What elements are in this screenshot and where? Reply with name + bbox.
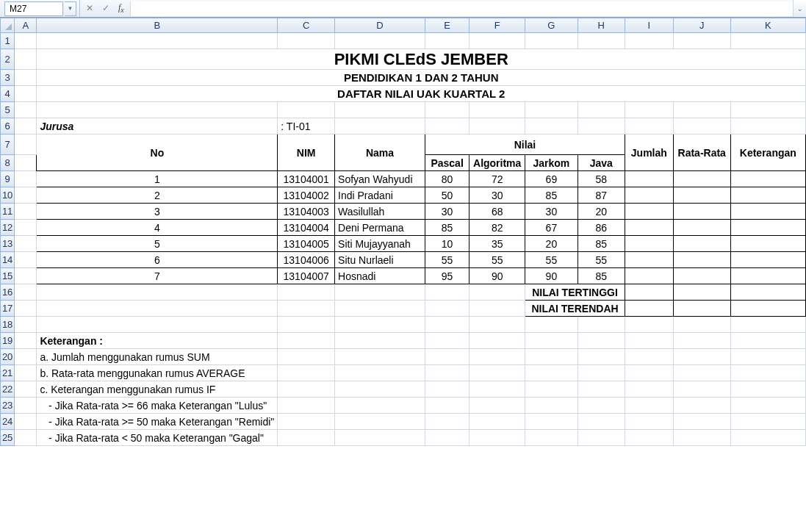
cell[interactable]	[37, 33, 278, 49]
cell[interactable]	[625, 414, 673, 430]
cell[interactable]	[673, 102, 730, 118]
cell[interactable]	[525, 430, 578, 446]
row-header-10[interactable]: 10	[1, 187, 15, 204]
cell-rata[interactable]	[673, 171, 730, 187]
hdr-jarkom[interactable]: Jarkom	[525, 155, 578, 171]
cell-jumlah[interactable]	[625, 220, 673, 236]
row-header-14[interactable]: 14	[1, 252, 15, 268]
ket-line[interactable]: - Jika Rata-rata >= 66 maka Keterangan "…	[37, 398, 278, 414]
cell[interactable]	[469, 398, 525, 414]
row-header-6[interactable]: 6	[1, 118, 15, 134]
cell[interactable]	[278, 349, 335, 365]
cell[interactable]	[625, 284, 673, 301]
cell[interactable]	[469, 102, 525, 118]
cell[interactable]	[625, 301, 673, 317]
cell[interactable]	[469, 301, 525, 317]
cell[interactable]	[335, 301, 425, 317]
cell-ket[interactable]	[730, 252, 805, 268]
cell[interactable]	[335, 118, 425, 134]
cell-java[interactable]: 55	[577, 252, 625, 268]
col-header-A[interactable]: A	[15, 18, 37, 33]
cell[interactable]	[425, 33, 469, 49]
cell[interactable]	[469, 381, 525, 398]
row-header-11[interactable]: 11	[1, 204, 15, 220]
cell[interactable]	[469, 317, 525, 333]
hdr-ket[interactable]: Keterangan	[730, 134, 805, 171]
cell-rata[interactable]	[673, 187, 730, 204]
cell[interactable]	[577, 398, 625, 414]
row-header-15[interactable]: 15	[1, 268, 15, 284]
cell[interactable]	[525, 333, 578, 349]
hdr-nim[interactable]: NIM	[278, 134, 335, 171]
summary-terendah[interactable]: NILAI TERENDAH	[525, 301, 625, 317]
cell[interactable]	[625, 102, 673, 118]
page-subtitle[interactable]: PENDIDIKAN 1 DAN 2 TAHUN	[37, 70, 806, 86]
cell-pascal[interactable]: 30	[425, 204, 469, 220]
cell[interactable]	[730, 301, 805, 317]
cell-no[interactable]: 5	[37, 236, 278, 252]
cell-jarkom[interactable]: 69	[525, 171, 578, 187]
cell[interactable]	[425, 333, 469, 349]
cell[interactable]	[335, 333, 425, 349]
cell-pascal[interactable]: 85	[425, 220, 469, 236]
cell[interactable]	[673, 398, 730, 414]
cell[interactable]	[673, 33, 730, 49]
cell[interactable]	[15, 204, 37, 220]
col-header-G[interactable]: G	[525, 18, 578, 33]
cell-nim[interactable]: 13104006	[278, 252, 335, 268]
cell-nama[interactable]: Deni Permana	[335, 220, 425, 236]
cell-jumlah[interactable]	[625, 171, 673, 187]
cell[interactable]	[335, 398, 425, 414]
cell[interactable]	[525, 398, 578, 414]
cell-rata[interactable]	[673, 252, 730, 268]
cell[interactable]	[335, 430, 425, 446]
cell[interactable]	[730, 381, 805, 398]
cell-ket[interactable]	[730, 204, 805, 220]
cell[interactable]	[15, 134, 37, 155]
col-header-H[interactable]: H	[577, 18, 625, 33]
hdr-nilai[interactable]: Nilai	[425, 134, 625, 155]
cell[interactable]	[15, 430, 37, 446]
cell[interactable]	[673, 430, 730, 446]
cell-alg[interactable]: 35	[469, 236, 525, 252]
cell-java[interactable]: 86	[577, 220, 625, 236]
cell[interactable]	[278, 301, 335, 317]
cell[interactable]	[673, 284, 730, 301]
cell-alg[interactable]: 30	[469, 187, 525, 204]
hdr-no[interactable]: No	[37, 134, 278, 171]
cell[interactable]	[577, 317, 625, 333]
cell[interactable]	[730, 102, 805, 118]
ket-line[interactable]: b. Rata-rata menggunakan rumus AVERAGE	[37, 365, 278, 381]
cell[interactable]	[625, 365, 673, 381]
formula-expand-icon[interactable]: ⌄	[793, 0, 806, 17]
cell[interactable]	[425, 349, 469, 365]
col-header-J[interactable]: J	[673, 18, 730, 33]
hdr-java[interactable]: Java	[577, 155, 625, 171]
cell-jumlah[interactable]	[625, 204, 673, 220]
cell-ket[interactable]	[730, 220, 805, 236]
cell[interactable]	[335, 414, 425, 430]
row-header-18[interactable]: 18	[1, 317, 15, 333]
cell[interactable]	[525, 102, 578, 118]
cell[interactable]	[278, 33, 335, 49]
row-header-9[interactable]: 9	[1, 171, 15, 187]
cell-jarkom[interactable]: 30	[525, 204, 578, 220]
cell[interactable]	[15, 171, 37, 187]
row-header-13[interactable]: 13	[1, 236, 15, 252]
cell-nama[interactable]: Sofyan Wahyudi	[335, 171, 425, 187]
hdr-algoritma[interactable]: Algoritma	[469, 155, 525, 171]
name-box-dropdown[interactable]: ▼	[65, 1, 76, 16]
cell[interactable]	[335, 33, 425, 49]
row-header-1[interactable]: 1	[1, 33, 15, 49]
cell[interactable]	[15, 102, 37, 118]
cell-rata[interactable]	[673, 236, 730, 252]
cell-nama[interactable]: Indi Pradani	[335, 187, 425, 204]
cell[interactable]	[577, 365, 625, 381]
cell[interactable]	[425, 102, 469, 118]
row-header-20[interactable]: 20	[1, 349, 15, 365]
cell[interactable]	[425, 430, 469, 446]
cell[interactable]	[278, 414, 335, 430]
cell[interactable]	[469, 349, 525, 365]
cell-pascal[interactable]: 95	[425, 268, 469, 284]
cell[interactable]	[730, 398, 805, 414]
